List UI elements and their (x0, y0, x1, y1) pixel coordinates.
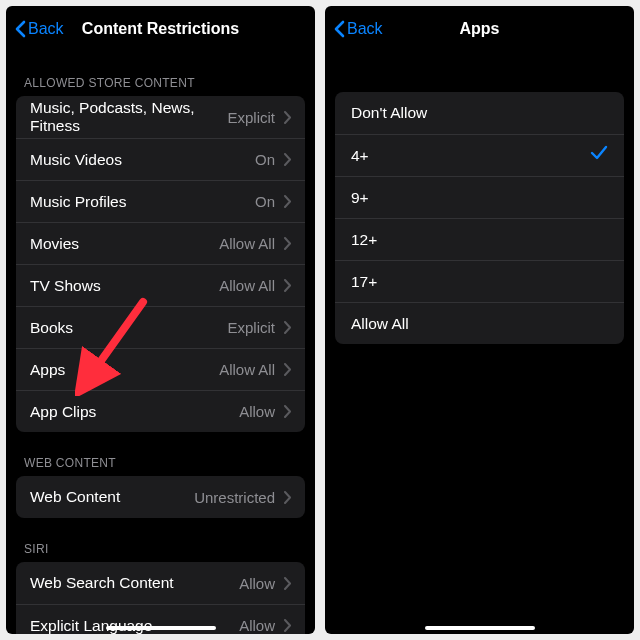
back-label: Back (347, 20, 383, 38)
row-web-content[interactable]: Web Content Unrestricted (16, 476, 305, 518)
row-web-search-content[interactable]: Web Search Content Allow (16, 562, 305, 604)
option-label: 9+ (351, 189, 608, 207)
row-value: Unrestricted (194, 489, 275, 506)
section-group-web: Web Content Unrestricted (16, 476, 305, 518)
row-label: Web Content (30, 488, 188, 506)
row-tv-shows[interactable]: TV Shows Allow All (16, 264, 305, 306)
chevron-right-icon (283, 195, 291, 208)
row-value: On (255, 193, 275, 210)
option-allow-all[interactable]: Allow All (335, 302, 624, 344)
chevron-right-icon (283, 237, 291, 250)
row-value: Allow (239, 617, 275, 634)
phone-left: Back Content Restrictions Allowed Store … (6, 6, 315, 634)
row-label: Apps (30, 361, 213, 379)
option-label: Don't Allow (351, 104, 608, 122)
chevron-right-icon (283, 363, 291, 376)
row-label: Web Search Content (30, 574, 233, 592)
option-label: 12+ (351, 231, 608, 249)
row-label: Music Videos (30, 151, 249, 169)
row-value: Allow (239, 403, 275, 420)
row-music-podcasts[interactable]: Music, Podcasts, News, Fitness Explicit (16, 96, 305, 138)
section-header: Siri (6, 518, 315, 562)
row-value: Explicit (227, 109, 275, 126)
option-label: 17+ (351, 273, 608, 291)
section-header: Web Content (6, 432, 315, 476)
options-group: Don't Allow 4+ 9+ 12+ 17+ Allow All (335, 92, 624, 344)
section-group-store: Music, Podcasts, News, Fitness Explicit … (16, 96, 305, 432)
home-indicator[interactable] (106, 626, 216, 630)
row-label: TV Shows (30, 277, 213, 295)
option-label: Allow All (351, 315, 608, 333)
row-label: Music, Podcasts, News, Fitness (30, 99, 221, 135)
row-value: Explicit (227, 319, 275, 336)
row-value: Allow All (219, 235, 275, 252)
scroll-content-right[interactable]: Don't Allow 4+ 9+ 12+ 17+ Allow All (325, 52, 634, 634)
row-label: Books (30, 319, 221, 337)
back-label: Back (28, 20, 64, 38)
chevron-right-icon (283, 491, 291, 504)
chevron-right-icon (283, 153, 291, 166)
row-app-clips[interactable]: App Clips Allow (16, 390, 305, 432)
section-header: Allowed Store Content (6, 52, 315, 96)
chevron-left-icon (333, 20, 345, 38)
row-value: Allow (239, 575, 275, 592)
row-music-profiles[interactable]: Music Profiles On (16, 180, 305, 222)
option-12plus[interactable]: 12+ (335, 218, 624, 260)
row-value: Allow All (219, 277, 275, 294)
checkmark-icon (590, 145, 608, 166)
chevron-left-icon (14, 20, 26, 38)
row-apps[interactable]: Apps Allow All (16, 348, 305, 390)
nav-header: Back Apps (325, 6, 634, 52)
phone-right: Back Apps Don't Allow 4+ 9+ 12+ 17+ (325, 6, 634, 634)
nav-header: Back Content Restrictions (6, 6, 315, 52)
row-books[interactable]: Books Explicit (16, 306, 305, 348)
option-4plus[interactable]: 4+ (335, 134, 624, 176)
back-button[interactable]: Back (14, 20, 64, 38)
home-indicator[interactable] (425, 626, 535, 630)
row-movies[interactable]: Movies Allow All (16, 222, 305, 264)
chevron-right-icon (283, 619, 291, 632)
option-dont-allow[interactable]: Don't Allow (335, 92, 624, 134)
chevron-right-icon (283, 279, 291, 292)
row-value: On (255, 151, 275, 168)
back-button[interactable]: Back (333, 20, 383, 38)
row-label: Music Profiles (30, 193, 249, 211)
chevron-right-icon (283, 321, 291, 334)
row-label: App Clips (30, 403, 233, 421)
page-title: Apps (460, 20, 500, 38)
row-label: Movies (30, 235, 213, 253)
chevron-right-icon (283, 577, 291, 590)
chevron-right-icon (283, 405, 291, 418)
page-title: Content Restrictions (82, 20, 239, 38)
section-group-siri: Web Search Content Allow Explicit Langua… (16, 562, 305, 634)
option-9plus[interactable]: 9+ (335, 176, 624, 218)
row-value: Allow All (219, 361, 275, 378)
option-label: 4+ (351, 147, 590, 165)
chevron-right-icon (283, 111, 291, 124)
scroll-content-left[interactable]: Allowed Store Content Music, Podcasts, N… (6, 52, 315, 634)
row-music-videos[interactable]: Music Videos On (16, 138, 305, 180)
option-17plus[interactable]: 17+ (335, 260, 624, 302)
